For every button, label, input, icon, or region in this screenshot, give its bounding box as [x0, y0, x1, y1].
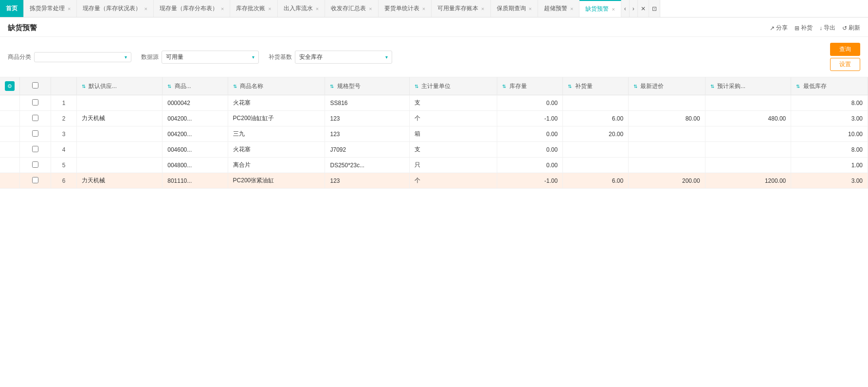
row-estimated-0: [705, 95, 791, 111]
header-default-supplier[interactable]: ⇅ 默认供应...: [76, 77, 163, 95]
close-demand-stats-tab[interactable]: ×: [422, 6, 425, 12]
header-actions: ↗ 分享 ⊞ 补货 ↓ 导出 ↺ 刷新: [770, 24, 860, 32]
tab-batch-account[interactable]: 库存批次账 ×: [230, 0, 277, 18]
basis-filter-label: 补货基数: [269, 53, 292, 61]
row-num-5: 6: [51, 173, 76, 189]
select-all-checkbox[interactable]: [32, 82, 38, 88]
row-unit-4: 只: [409, 158, 497, 173]
close-inventory-dist-tab[interactable]: ×: [221, 6, 224, 12]
sort-arrows-supplier: ⇅: [82, 84, 86, 89]
query-button[interactable]: 查询: [830, 43, 860, 56]
sort-arrows-code: ⇅: [167, 84, 171, 89]
sort-arrows-stock: ⇅: [502, 84, 506, 89]
tab-close-others-button[interactable]: ✕: [638, 0, 649, 18]
tab-expiry-query[interactable]: 保质期查询 ×: [491, 0, 538, 18]
tab-receive-summary[interactable]: 收发存汇总表 ×: [325, 0, 378, 18]
tab-demand-stats[interactable]: 要货单统计表 ×: [379, 0, 432, 18]
row-replenish-4: [563, 158, 629, 173]
row-select-2[interactable]: [32, 130, 38, 137]
datasource-filter-label: 数据源: [141, 53, 159, 61]
tab-home[interactable]: 首页: [0, 0, 24, 18]
row-supplier-0: [76, 95, 163, 111]
gear-settings-icon[interactable]: ⚙: [5, 81, 15, 91]
close-overstock-tab[interactable]: ×: [570, 6, 573, 12]
row-select-5[interactable]: [32, 177, 38, 183]
close-inventory-status-tab[interactable]: ×: [144, 6, 147, 12]
tab-available-ledger[interactable]: 可用量库存账本 ×: [432, 0, 490, 18]
row-checkbox-5[interactable]: [20, 173, 51, 189]
category-filter: 商品分类 ▾: [8, 52, 131, 62]
row-stock-5: -1.00: [497, 173, 563, 189]
row-code-0: 0000042: [163, 95, 228, 111]
table-row: 6 力天机械 801110... PC200张紧油缸 123 个 -1.00 6…: [0, 173, 868, 189]
close-available-ledger-tab[interactable]: ×: [481, 6, 484, 12]
header-spec-label: 规格型号: [337, 83, 361, 89]
share-action[interactable]: ↗ 分享: [770, 24, 788, 32]
header-stock[interactable]: ⇅ 库存量: [497, 77, 563, 95]
row-checkbox-0[interactable]: [20, 95, 51, 111]
header-gear[interactable]: ⚙: [0, 77, 20, 95]
header-stock-label: 库存量: [509, 83, 527, 89]
close-exception-tab[interactable]: ×: [68, 6, 71, 12]
close-shortage-tab[interactable]: ×: [612, 6, 615, 12]
replenish-label: 补货: [801, 24, 813, 32]
tab-inout-flow[interactable]: 出入库流水 ×: [278, 0, 325, 18]
tab-expand-button[interactable]: ⊡: [649, 0, 660, 18]
export-action[interactable]: ↓ 导出: [819, 24, 835, 32]
tab-prev-button[interactable]: ‹: [621, 0, 630, 18]
tab-exception[interactable]: 拣货异常处理 ×: [24, 0, 77, 18]
row-num-4: 5: [51, 158, 76, 173]
row-checkbox-1[interactable]: [20, 111, 51, 126]
row-name-4: 离合片: [228, 158, 325, 173]
row-select-1[interactable]: [32, 115, 38, 121]
close-expiry-query-tab[interactable]: ×: [529, 6, 532, 12]
row-supplier-2: [76, 126, 163, 142]
basis-select[interactable]: 安全库存 ▾: [295, 51, 392, 64]
refresh-action[interactable]: ↺ 刷新: [842, 24, 860, 32]
sort-arrows-min-stock: ⇅: [796, 84, 800, 89]
replenish-action[interactable]: ⊞ 补货: [795, 24, 813, 32]
tab-next-button[interactable]: ›: [630, 0, 638, 18]
basis-select-arrow: ▾: [385, 54, 388, 60]
row-min-stock-2: 10.00: [791, 126, 868, 142]
header-product-code[interactable]: ⇅ 商品...: [163, 77, 228, 95]
row-spec-1: 123: [325, 111, 409, 126]
row-unit-2: 箱: [409, 126, 497, 142]
row-select-0[interactable]: [32, 99, 38, 106]
row-checkbox-2[interactable]: [20, 126, 51, 142]
header-unit[interactable]: ⇅ 主计量单位: [409, 77, 497, 95]
datasource-select[interactable]: 可用量 ▾: [162, 51, 259, 64]
tab-inventory-dist[interactable]: 现存量（库存分布表） ×: [154, 0, 230, 18]
row-checkbox-4[interactable]: [20, 158, 51, 173]
tab-inventory-status[interactable]: 现存量（库存状况表） ×: [77, 0, 153, 18]
header-product-name[interactable]: ⇅ 商品名称: [228, 77, 325, 95]
row-stock-0: 0.00: [497, 95, 563, 111]
header-estimated-purchase[interactable]: ⇅ 预计采购...: [705, 77, 791, 95]
table-row: 5 004800... 离合片 DS250*23c... 只 0.00 1.00: [0, 158, 868, 173]
row-estimated-2: [705, 126, 791, 142]
row-select-3[interactable]: [32, 146, 38, 152]
header-checkbox[interactable]: [20, 77, 51, 95]
header-min-stock[interactable]: ⇅ 最低库存: [791, 77, 868, 95]
data-table: ⚙ ⇅ 默认供应... ⇅ 商品... ⇅: [0, 77, 868, 189]
tab-shortage[interactable]: 缺货预警 ×: [579, 0, 621, 18]
category-select[interactable]: ▾: [34, 52, 131, 62]
tab-bar: 首页 拣货异常处理 × 现存量（库存状况表） × 现存量（库存分布表） × 库存…: [0, 0, 868, 18]
row-checkbox-3[interactable]: [20, 142, 51, 158]
header-replenish-qty[interactable]: ⇅ 补货量: [563, 77, 629, 95]
close-batch-account-tab[interactable]: ×: [268, 6, 271, 12]
close-inout-flow-tab[interactable]: ×: [316, 6, 319, 12]
tab-overstock[interactable]: 超储预警 ×: [538, 0, 579, 18]
row-price-5: 200.00: [629, 173, 705, 189]
settings-button[interactable]: 设置: [830, 58, 860, 71]
row-name-1: PC200油缸缸子: [228, 111, 325, 126]
header-spec[interactable]: ⇅ 规格型号: [325, 77, 409, 95]
tab-available-ledger-label: 可用量库存账本: [437, 4, 478, 13]
row-spec-4: DS250*23c...: [325, 158, 409, 173]
close-receive-summary-tab[interactable]: ×: [369, 6, 372, 12]
header-default-supplier-label: 默认供应...: [89, 83, 117, 89]
share-icon: ↗: [770, 25, 775, 32]
row-select-4[interactable]: [32, 161, 38, 168]
header-latest-price[interactable]: ⇅ 最新进价: [629, 77, 705, 95]
row-supplier-1: 力天机械: [76, 111, 163, 126]
